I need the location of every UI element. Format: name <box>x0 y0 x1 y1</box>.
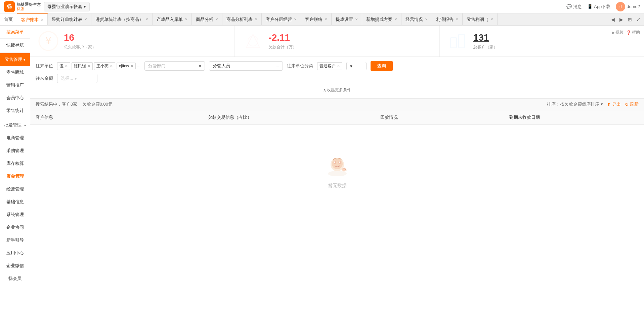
nav-next-button[interactable]: ▶ <box>617 16 625 23</box>
svg-rect-4 <box>459 34 465 48</box>
user-profile[interactable]: d demo2 <box>616 2 640 11</box>
filter-collapse-row: ∧ 收起更多条件 <box>36 86 639 94</box>
sidebar-item-finance[interactable]: 资金管理 <box>0 170 30 183</box>
tag-close-wu[interactable]: ✕ <box>65 64 68 68</box>
close-icon[interactable]: ✕ <box>255 17 257 21</box>
sidebar-item-quick-nav[interactable]: 快捷导航 <box>0 39 30 51</box>
nav-expand-button[interactable]: ⊞ <box>626 16 634 23</box>
sidebar-item-wechat[interactable]: 企业微信 <box>0 259 30 272</box>
sidebar-item-wholesale[interactable]: 批发管理 ▾ <box>0 119 30 132</box>
sidebar-item-basic-info[interactable]: 基础信息 <box>0 195 30 208</box>
tab-new-commission[interactable]: 新增提成方案 ✕ <box>362 13 401 26</box>
sidebar-item-purchase[interactable]: 采购管理 <box>0 144 30 157</box>
nav-controls: ◀ ▶ ⊞ ⤢ <box>609 16 644 23</box>
export-button[interactable]: ⬆ 导出 <box>607 101 621 107</box>
stat-label-customers: 总欠款客户（家） <box>64 44 96 50</box>
nav-tabs: 首页 客户账本 ✕ 采购订单统计表 ✕ 进货单统计表（按商品） ✕ 产成品入库单… <box>0 13 644 26</box>
unit-tag-wang: 王小亮 ✕ <box>94 62 115 70</box>
stat-info-customers: 16 总欠款客户（家） <box>64 32 96 50</box>
sidebar-item-enterprise[interactable]: 企业协同 <box>0 221 30 234</box>
svg-point-5 <box>328 171 347 176</box>
tab-home[interactable]: 首页 <box>0 13 17 26</box>
filter-row-2: 往来余额 选择... ▾ <box>36 74 639 83</box>
table-col-due-date: 到期未收款日期 <box>509 114 639 120</box>
top-bar-right: 💬 消息 📱 App下载 d demo2 <box>566 2 640 11</box>
chevron-right-icon: ▾ <box>24 123 26 127</box>
sidebar-item-retail-mall[interactable]: 零售商城 <box>0 66 30 79</box>
close-icon[interactable]: ✕ <box>425 17 428 21</box>
person-select[interactable]: 分管人员 ... <box>209 61 283 71</box>
sidebar-item-system[interactable]: 系统管理 <box>0 208 30 221</box>
query-button[interactable]: 查询 <box>371 61 393 71</box>
sidebar-item-marketing[interactable]: 营销推广 <box>0 79 30 92</box>
sidebar-item-appcenter[interactable]: 应用中心 <box>0 247 30 259</box>
tag-close-chen[interactable]: ✕ <box>87 64 90 68</box>
stat-value-debt: -2.11 <box>268 32 297 43</box>
balance-input[interactable]: 选择... ▾ <box>57 74 97 83</box>
dept-select[interactable]: 分管部门 ▾ <box>144 61 205 71</box>
category-tags: 普通客户 ✕ <box>317 62 342 70</box>
tab-customer-segment[interactable]: 客户分层经营 ✕ <box>262 13 301 26</box>
tag-close-normal[interactable]: ✕ <box>337 64 340 68</box>
close-icon[interactable]: ✕ <box>325 17 327 21</box>
sidebar-item-inventory[interactable]: 库存核算 <box>0 157 30 170</box>
chevron-down-icon[interactable]: ▾ <box>601 102 603 107</box>
logo-icon: 畅 <box>4 1 15 12</box>
tab-profit-report[interactable]: 利润报告 ✕ <box>432 13 463 26</box>
unit-label: 往来单位 <box>36 63 53 69</box>
close-icon[interactable]: ✕ <box>456 17 458 21</box>
close-icon[interactable]: ✕ <box>41 18 43 22</box>
sidebar-item-retail-stats[interactable]: 零售统计 <box>0 104 30 117</box>
refresh-button[interactable]: ↻ 刷新 <box>625 101 639 107</box>
tab-goods-analysis[interactable]: 商品分析 ✕ <box>192 13 222 26</box>
close-icon[interactable]: ✕ <box>394 17 397 21</box>
empty-text: 暂无数据 <box>328 183 347 189</box>
message-icon: 💬 <box>566 4 572 9</box>
sidebar-item-operations[interactable]: 经营管理 <box>0 183 30 195</box>
message-button[interactable]: 💬 消息 <box>566 4 582 10</box>
tab-goods-analysis-list[interactable]: 商品分析列表 ✕ <box>222 13 262 26</box>
store-selector[interactable]: 母婴行业演示帐套 ▾ <box>44 2 90 11</box>
logo-area: 畅 畅捷通好生意 标版 <box>4 1 41 12</box>
nav-prev-button[interactable]: ◀ <box>609 16 617 23</box>
tag-close-cj[interactable]: ✕ <box>130 64 133 68</box>
category-tag-normal: 普通客户 ✕ <box>317 62 342 70</box>
sort-label: 排序：按欠款金额倒序排序 ▾ <box>547 101 603 107</box>
main-layout: 搜索菜单 快捷导航 零售管理 ▾ 零售商城 营销推广 会员中心 零售统计 批发管… <box>0 26 644 325</box>
table-area: 客户信息 欠款交易信息（占比） 回款情况 到期未收款日期 <box>30 110 644 325</box>
category-select[interactable]: ▾ <box>346 62 367 70</box>
close-icon[interactable]: ✕ <box>490 17 493 21</box>
tab-operations[interactable]: 经营情况 ✕ <box>401 13 432 26</box>
tab-inbound-stats[interactable]: 进货单统计表（按商品） ✕ <box>91 13 153 26</box>
close-icon[interactable]: ✕ <box>355 17 358 21</box>
close-icon[interactable]: ✕ <box>185 17 187 21</box>
tab-customer-contact[interactable]: 客户联络 ✕ <box>301 13 332 26</box>
tab-commission[interactable]: 提成设置 ✕ <box>332 13 362 26</box>
app-download-button[interactable]: 📱 App下载 <box>587 4 610 10</box>
unit-tag-chen: 陈民强 ✕ <box>72 62 93 70</box>
tab-purchase-order[interactable]: 采购订单统计表 ✕ <box>48 13 91 26</box>
tag-close-wang[interactable]: ✕ <box>110 64 113 68</box>
sidebar-item-retail-mgmt[interactable]: 零售管理 ▾ <box>0 53 30 66</box>
collapse-button[interactable]: ∧ 收起更多条件 <box>323 87 351 93</box>
close-icon[interactable]: ✕ <box>215 17 218 21</box>
chevron-down-icon: ▾ <box>24 58 25 62</box>
sidebar-item-vip[interactable]: 畅会员 <box>0 272 30 285</box>
sidebar-divider <box>0 118 30 118</box>
sidebar-search[interactable]: 搜索菜单 <box>0 26 30 39</box>
close-icon[interactable]: ✕ <box>84 17 87 21</box>
tab-accounts[interactable]: 客户账本 ✕ <box>17 13 48 26</box>
sidebar-item-ecommerce[interactable]: 电商管理 <box>0 132 30 144</box>
logo-text: 畅捷通好生意 标版 <box>17 2 41 11</box>
close-icon[interactable]: ✕ <box>294 17 297 21</box>
nav-fullscreen-button[interactable]: ⤢ <box>635 16 643 23</box>
close-icon[interactable]: ✕ <box>145 17 148 21</box>
sidebar-item-newguide[interactable]: 新手引导 <box>0 234 30 247</box>
chevron-down-icon: ▾ <box>350 64 352 69</box>
tab-retail-profit[interactable]: 零售利润（ ✕ <box>463 13 498 26</box>
unit-more[interactable]: ... <box>137 64 140 68</box>
tab-product-inbound[interactable]: 产成品入库单 ✕ <box>153 13 192 26</box>
help-button[interactable]: ❓ 帮助 <box>626 30 640 35</box>
sidebar-item-member[interactable]: 会员中心 <box>0 92 30 104</box>
video-button[interactable]: ▶ 视频 <box>612 30 624 35</box>
